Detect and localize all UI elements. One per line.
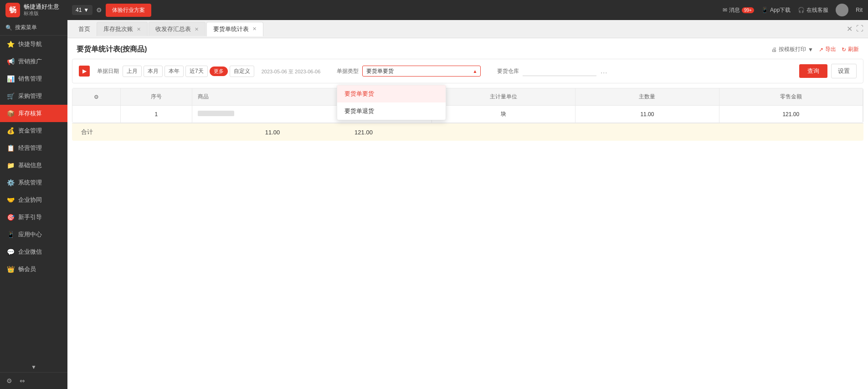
dropdown-item-order[interactable]: 要货单要货 bbox=[337, 85, 446, 102]
sidebar-item-member[interactable]: 👑 畅会员 bbox=[0, 261, 67, 278]
store-selector[interactable]: 41 ▼ bbox=[72, 5, 92, 15]
footer-amount: 121.00 bbox=[336, 129, 391, 136]
search-icon: 🔍 bbox=[5, 25, 12, 31]
sidebar-item-inventory[interactable]: 📦 库存核算 bbox=[0, 105, 67, 122]
table-row: 1 块 11.00 121.00 bbox=[72, 106, 863, 123]
collapse-icon[interactable]: ⇔ bbox=[20, 377, 25, 384]
footer-label: 合计 bbox=[81, 128, 118, 136]
date-filter-section: 单据日期 上月 本月 本年 近7天 更多 自定义 bbox=[97, 66, 254, 77]
online-service-btn[interactable]: 🎧 在线客服 bbox=[798, 6, 828, 14]
app-subtitle: 标准版 bbox=[24, 10, 59, 17]
sidebar-item-quick-nav[interactable]: ⭐ 快捷导航 bbox=[0, 36, 67, 53]
purchase-icon: 🛒 bbox=[6, 92, 15, 100]
warehouse-filter-section: 要货仓库 … bbox=[497, 67, 607, 76]
system-icon: ⚙️ bbox=[6, 179, 15, 187]
type-filter-section: 单据类型 ▲ bbox=[337, 66, 481, 77]
member-icon: 👑 bbox=[6, 265, 15, 273]
service-icon: 🎧 bbox=[798, 7, 805, 13]
tab-bar: 首页 库存批次账 ✕ 收发存汇总表 ✕ 要货单统计表 ✕ ✕ ⛶ bbox=[67, 20, 868, 38]
page-header: 要货单统计表(按商品) 🖨 按模板打印 ▼ ↗ 导出 ↻ bbox=[67, 38, 868, 59]
tab-close-collect-dispatch[interactable]: ✕ bbox=[195, 26, 199, 32]
data-table: ⚙ 序号 商品 主计量单位 主数量 零售金额 bbox=[72, 88, 863, 123]
tab-inventory-batch[interactable]: 库存批次账 ✕ bbox=[97, 22, 148, 36]
app-logo: 畅 bbox=[5, 3, 20, 17]
expand-toggle-btn[interactable]: ▶ bbox=[79, 66, 90, 77]
tab-home[interactable]: 首页 bbox=[72, 22, 97, 36]
query-button[interactable]: 查询 bbox=[799, 64, 827, 78]
settings-icon: ⚙ bbox=[94, 94, 99, 100]
sidebar-scroll-down[interactable]: ▼ bbox=[0, 362, 67, 372]
tab-close-order-stats[interactable]: ✕ bbox=[252, 26, 257, 32]
settings-bottom-icon[interactable]: ⚙ bbox=[6, 377, 12, 384]
date-btn-last-month[interactable]: 上月 bbox=[123, 66, 142, 77]
export-btn[interactable]: ↗ 导出 bbox=[819, 46, 836, 53]
type-filter-input[interactable] bbox=[362, 66, 481, 77]
type-label: 单据类型 bbox=[337, 67, 359, 75]
finance-icon: 💰 bbox=[6, 127, 15, 135]
message-btn[interactable]: ✉ 消息 99+ bbox=[723, 6, 754, 14]
user-avatar[interactable] bbox=[836, 4, 848, 16]
app-download-btn[interactable]: 📱 App下载 bbox=[761, 6, 791, 14]
sidebar-item-wechat[interactable]: 💬 企业微信 bbox=[0, 243, 67, 261]
date-btn-custom[interactable]: 自定义 bbox=[230, 66, 254, 77]
tabs-expand[interactable]: ⛶ bbox=[856, 25, 863, 33]
warehouse-input[interactable] bbox=[523, 67, 596, 76]
sidebar-item-sales[interactable]: 📊 销售管理 bbox=[0, 70, 67, 87]
refresh-btn[interactable]: ↻ 刷新 bbox=[842, 46, 859, 53]
row-amount: 121.00 bbox=[719, 106, 863, 123]
download-icon: 📱 bbox=[761, 7, 768, 13]
inventory-icon: 📦 bbox=[6, 109, 15, 118]
wechat-icon: 💬 bbox=[6, 248, 15, 256]
operation-icon: 📋 bbox=[6, 144, 15, 152]
trial-button[interactable]: 体验行业方案 bbox=[106, 4, 151, 17]
topbar-gear-icon[interactable]: ⚙ bbox=[96, 6, 102, 14]
col-header-settings[interactable]: ⚙ bbox=[72, 88, 120, 106]
sidebar-item-marketing[interactable]: 📢 营销推广 bbox=[0, 53, 67, 70]
col-header-quantity: 主数量 bbox=[575, 88, 719, 106]
tab-collect-dispatch[interactable]: 收发存汇总表 ✕ bbox=[149, 22, 205, 36]
row-no: 1 bbox=[120, 106, 192, 123]
settings-button[interactable]: 设置 bbox=[831, 64, 857, 78]
dropdown-item-return[interactable]: 要货单退货 bbox=[337, 102, 446, 120]
sidebar-item-operation[interactable]: 📋 经营管理 bbox=[0, 139, 67, 157]
data-table-wrapper: ⚙ 序号 商品 主计量单位 主数量 零售金额 bbox=[72, 88, 863, 123]
tab-order-stats[interactable]: 要货单统计表 ✕ bbox=[206, 22, 263, 36]
print-icon: 🖨 bbox=[771, 46, 777, 53]
sidebar-search[interactable]: 🔍 搜索菜单 bbox=[0, 20, 67, 36]
page-content: 要货单统计表(按商品) 🖨 按模板打印 ▼ ↗ 导出 ↻ bbox=[67, 38, 868, 389]
basic-icon: 📁 bbox=[6, 161, 15, 169]
row-settings bbox=[72, 106, 120, 123]
tabs-close-all[interactable]: ✕ bbox=[847, 25, 853, 33]
print-template-btn[interactable]: 🖨 按模板打印 ▼ bbox=[771, 46, 813, 53]
export-icon: ↗ bbox=[819, 46, 823, 53]
sidebar-item-system[interactable]: ⚙️ 系统管理 bbox=[0, 174, 67, 191]
user-name: Rit bbox=[856, 7, 863, 13]
sidebar-item-finance[interactable]: 💰 资金管理 bbox=[0, 122, 67, 139]
date-btn-this-year[interactable]: 本年 bbox=[164, 66, 184, 77]
sidebar-item-basic[interactable]: 📁 基础信息 bbox=[0, 157, 67, 174]
sidebar-item-guide[interactable]: 🎯 新手引导 bbox=[0, 209, 67, 226]
date-btn-more[interactable]: 更多 bbox=[210, 67, 228, 76]
type-dropdown: 要货单要货 要货单退货 bbox=[337, 85, 446, 120]
date-label: 单据日期 bbox=[97, 67, 119, 75]
date-btn-last-7[interactable]: 近7天 bbox=[185, 66, 208, 77]
message-icon: ✉ bbox=[723, 7, 727, 13]
col-header-unit: 主计量单位 bbox=[431, 88, 575, 106]
date-btn-this-month[interactable]: 本月 bbox=[144, 66, 163, 77]
row-unit: 块 bbox=[431, 106, 575, 123]
footer-quantity: 11.00 bbox=[245, 129, 300, 136]
row-quantity: 11.00 bbox=[575, 106, 719, 123]
col-header-no: 序号 bbox=[120, 88, 192, 106]
tab-close-inventory-batch[interactable]: ✕ bbox=[137, 26, 141, 32]
col-header-amount: 零售金额 bbox=[719, 88, 863, 106]
product-placeholder bbox=[198, 111, 234, 116]
date-range-display: 2023-05-06 至 2023-06-06 bbox=[262, 68, 321, 75]
sidebar-item-cooperation[interactable]: 🤝 企业协同 bbox=[0, 191, 67, 209]
warehouse-label: 要货仓库 bbox=[497, 67, 519, 75]
sidebar-item-purchase[interactable]: 🛒 采购管理 bbox=[0, 87, 67, 105]
refresh-icon: ↻ bbox=[842, 46, 846, 53]
app-title: 畅捷通好生意 bbox=[24, 3, 59, 10]
warehouse-more-icon[interactable]: … bbox=[600, 67, 607, 75]
sidebar-item-appstore[interactable]: 📱 应用中心 bbox=[0, 226, 67, 243]
marketing-icon: 📢 bbox=[6, 57, 15, 66]
